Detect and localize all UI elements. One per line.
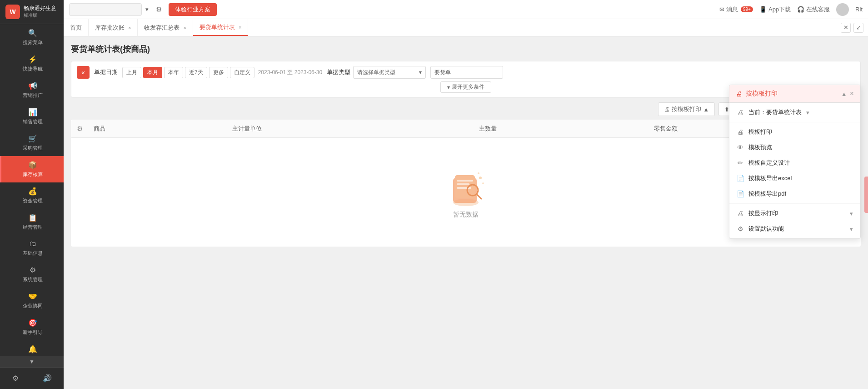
expand-more-btn[interactable]: ▾ 展开更多条件 [440,81,491,93]
order-type-label: 单据类型 [327,68,350,76]
topbar-dropdown[interactable]: ▾ [145,6,149,13]
set-default-label: 设置默认功能 [748,225,784,233]
set-default-icon: ⚙ [737,225,744,232]
tab-home[interactable]: 首页 [64,19,89,36]
dropdown-item-display-print[interactable]: 🖨 按显示打印 ▾ [729,206,860,221]
purchase-icon: 🛒 [28,134,37,143]
basics-icon: 🗂 [29,240,36,248]
trial-button[interactable]: 体验行业方案 [169,3,217,16]
tabs-maximize-btn[interactable]: ⤢ [853,23,863,33]
tab-home-label: 首页 [70,24,82,32]
tab-receipt-summary[interactable]: 收发存汇总表 × [138,19,193,36]
sidebar-item-sales-label: 销售管理 [23,118,43,125]
tab-inventory-batch[interactable]: 库存批次账 × [89,19,138,36]
dropdown-close-btn[interactable]: × [850,90,854,98]
filter-toggle-btn[interactable]: « [77,66,90,79]
username-label: Rit [855,6,863,13]
dropdown-current-item[interactable]: 🖨 当前：要货单统计表 ▾ [729,105,860,120]
inventory-icon: 📦 [28,161,37,169]
sidebar-scroll-down[interactable]: ▼ [0,356,64,367]
page-title: 要货单统计表(按商品) [71,44,861,55]
dropdown-item-template-print[interactable]: 🖨 模板打印 [729,124,860,140]
tabs-close-btn[interactable]: ✕ [841,23,851,33]
date-btn-last-month[interactable]: 上月 [122,67,141,78]
online-service-btn[interactable]: 🎧 在线客服 [797,5,830,14]
sidebar-bottom: ⚙ 🔊 [0,367,64,389]
sidebar-item-marketing[interactable]: 📢 营销推广 [0,77,64,103]
sidebar-item-enterprise-label: 企业协同 [23,303,43,309]
sidebar-item-operations[interactable]: 📋 经营管理 [0,209,64,235]
order-type-arrow: ▾ [419,69,422,76]
sidebar-item-inventory[interactable]: 📦 库存核算 [0,156,64,182]
finance-icon: 💰 [28,187,37,196]
date-btn-more[interactable]: 更多 [209,67,228,78]
topbar: ▾ ⚙ 体验行业方案 ✉ 消息 99+ 📱 App下载 🎧 在线客服 Rit [64,0,868,19]
table-col-quantity: 主数量 [474,120,648,138]
date-btn-7days[interactable]: 近7天 [185,67,207,78]
sidebar-item-system[interactable]: ⚙ 系统管理 [0,261,64,288]
sidebar-item-newbie[interactable]: 🎯 新手引导 [0,314,64,340]
topbar-dropdown-arrow: ▾ [145,6,149,13]
sidebar-item-search-label: 搜索菜单 [23,39,43,46]
sidebar-item-inventory-label: 库存核算 [23,171,43,178]
message-icon: ✉ [719,6,724,13]
appstore-icon: 🔔 [28,345,37,354]
empty-illustration [443,165,489,211]
messages-label: 消息 [726,5,738,14]
table-col-unit: 主计量单位 [227,120,474,138]
svg-point-10 [478,172,479,174]
expand-btn-label: 展开更多条件 [452,83,484,91]
dropdown-collapse-arrow[interactable]: ▲ [841,91,847,97]
table-settings-icon[interactable]: ⚙ [77,125,83,132]
dropdown-section-items: 🖨 模板打印 👁 模板预览 ✏ 模板自定义设计 📄 按模板导出excel 📄 [729,122,860,204]
tab-inventory-batch-label: 库存批次账 [95,24,125,32]
tab-order-stats-close[interactable]: × [239,25,241,30]
app-logo-icon: W [5,5,20,19]
current-item-arrow: ▾ [806,109,809,116]
dropdown-item-template-excel[interactable]: 📄 按模板导出excel [729,171,860,186]
tab-order-stats-label: 要货单统计表 [200,23,235,31]
tab-receipt-summary-close[interactable]: × [183,25,186,30]
sidebar-item-quick-nav[interactable]: ⚡ 快捷导航 [0,51,64,77]
dropdown-item-template-pdf[interactable]: 📄 按模板导出pdf [729,186,860,202]
set-default-left: ⚙ 设置默认功能 [737,225,784,233]
sidebar-item-basics[interactable]: 🗂 基础信息 [0,235,64,261]
goods-filter-input[interactable]: 要货单 [430,66,503,79]
sidebar-item-appstore[interactable]: 🔔 应用中心 [0,340,64,356]
sidebar-item-enterprise[interactable]: 🤝 企业协同 [0,288,64,314]
sidebar-item-purchase[interactable]: 🛒 采购管理 [0,130,64,156]
headset-icon: 🎧 [797,6,804,13]
order-type-select[interactable]: 请选择单据类型 ▾ [353,66,426,79]
app-download-btn[interactable]: 📱 App下载 [759,5,791,14]
print-dropdown: 🖨 按模板打印 ▲ × 🖨 当前：要货单统计表 ▾ 🖨 模板打印 [729,85,861,239]
topbar-gear-icon[interactable]: ⚙ [152,3,165,16]
quick-nav-icon: ⚡ [28,55,37,64]
date-btn-custom[interactable]: 自定义 [230,67,254,78]
date-range-display: 2023-06-01 至 2023-06-30 [258,69,322,76]
tab-inventory-batch-close[interactable]: × [128,25,131,30]
messages-btn[interactable]: ✉ 消息 99+ [719,5,753,14]
sidebar-item-sales[interactable]: 📊 销售管理 [0,103,64,130]
date-btn-this-year[interactable]: 本年 [164,67,183,78]
audio-bottom-icon[interactable]: 🔊 [41,372,54,384]
sidebar-item-finance[interactable]: 💰 资金管理 [0,182,64,209]
phone-icon: 📱 [759,6,767,13]
messages-badge: 99+ [741,6,753,12]
app-version: 标准版 [24,12,56,19]
user-avatar[interactable] [836,3,849,16]
set-default-arrow: ▾ [850,226,853,232]
dropdown-item-template-custom[interactable]: ✏ 模板自定义设计 [729,155,860,171]
topbar-search-input[interactable] [69,3,142,16]
print-btn-label: 按模板打印 [672,105,701,113]
print-btn[interactable]: 🖨 按模板打印 ▲ [658,102,715,116]
tab-order-stats[interactable]: 要货单统计表 × [193,19,248,36]
dropdown-item-set-default[interactable]: ⚙ 设置默认功能 ▾ [729,221,860,237]
date-btn-this-month[interactable]: 本月 [143,67,162,78]
sidebar-item-search[interactable]: 🔍 搜索菜单 [0,24,64,51]
date-label: 单据日期 [94,68,118,76]
display-print-label: 按显示打印 [748,209,778,217]
display-print-arrow: ▾ [850,210,853,217]
sidebar-item-system-label: 系统管理 [23,276,43,283]
settings-bottom-icon[interactable]: ⚙ [10,372,20,384]
dropdown-item-template-preview[interactable]: 👁 模板预览 [729,140,860,155]
